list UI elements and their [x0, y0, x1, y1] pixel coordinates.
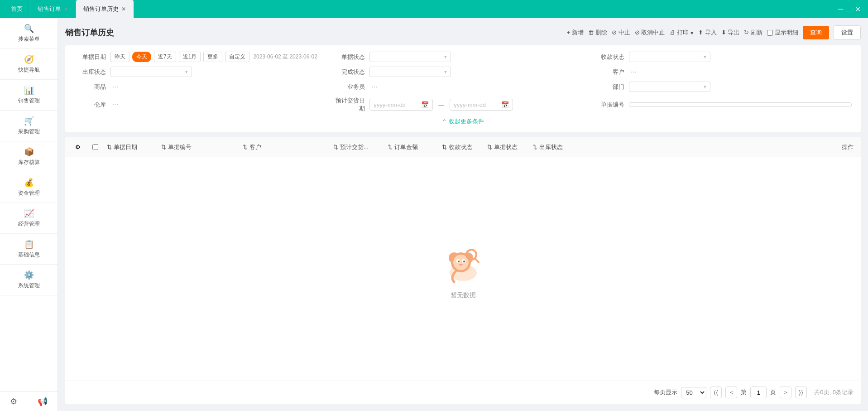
page-header: 销售订单历史 + 新增 🗑 删除 ⊘ 中止 ⊘ 取消中止 🖨 打印 ▾ — [65, 25, 861, 40]
window-controls: ─ □ ✕ — [838, 5, 864, 14]
th-payment[interactable]: ⇅ 收款状态 — [438, 143, 484, 151]
th-customer[interactable]: ⇅ 客户 — [239, 143, 330, 151]
empty-text: 暂无数据 — [451, 291, 476, 300]
th-amount[interactable]: ⇅ 订单金额 — [384, 143, 438, 151]
sidebar-item-purchase-label: 采购管理 — [18, 128, 40, 135]
sidebar-item-system[interactable]: ⚙️ 系统管理 — [0, 265, 58, 295]
order-status-select[interactable]: ▾ — [369, 52, 451, 62]
date-btn-custom[interactable]: 自定义 — [225, 52, 249, 62]
new-button[interactable]: + 新增 — [566, 29, 583, 37]
stop-button[interactable]: ⊘ 中止 — [612, 29, 630, 37]
display-toggle[interactable]: 显示明细 — [767, 29, 798, 37]
print-dropdown-icon[interactable]: ▾ — [691, 29, 694, 36]
sidebar-item-sales[interactable]: 📊 销售管理 — [0, 80, 58, 111]
page-input[interactable] — [750, 387, 767, 398]
warehouse-dots-btn[interactable]: ··· — [110, 101, 120, 109]
sidebar-item-nav[interactable]: 🧭 快捷导航 — [0, 49, 58, 80]
export-button[interactable]: ⬇ 导出 — [721, 29, 740, 37]
th-settings[interactable]: ⚙ — [69, 144, 87, 150]
date-label: 单据日期 — [74, 53, 110, 61]
date-btn-yesterday[interactable]: 昨天 — [110, 52, 129, 62]
prev-page-button[interactable]: ＜ — [725, 387, 737, 398]
sidebar-item-operations-label: 经营管理 — [18, 220, 40, 228]
th-checkbox[interactable] — [87, 144, 103, 150]
sidebar-bottom: ⚙ 📢 — [0, 392, 58, 411]
filter-completion-status-control: ▾ — [369, 67, 592, 77]
refresh-label: ↻ 刷新 — [744, 29, 762, 37]
tab-sales-order[interactable]: 销售订单 ✕ — [30, 0, 76, 18]
th-warehouse-status[interactable]: ⇅ 出库状态 — [529, 143, 583, 151]
sidebar-item-inventory[interactable]: 📦 库存核算 — [0, 141, 58, 172]
close-window-icon[interactable]: ✕ — [855, 5, 861, 14]
th-date[interactable]: ⇅ 单据日期 — [103, 143, 158, 151]
customer-dots-btn[interactable]: ··· — [629, 68, 638, 76]
sidebar-item-purchase[interactable]: 🛒 采购管理 — [0, 111, 58, 141]
last-page-button[interactable]: ⟩⟩ — [795, 387, 807, 398]
per-page-select[interactable]: 50 10 20 100 — [681, 387, 706, 398]
payment-status-select[interactable]: ▾ — [629, 52, 710, 62]
pagination: 每页显示 50 10 20 100 ⟨⟨ ＜ 第 页 ＞ ⟩⟩ 共0页, 0条记… — [65, 381, 861, 404]
delete-button[interactable]: 🗑 删除 — [588, 29, 608, 37]
cancel-stop-button[interactable]: ⊘ 取消中止 — [635, 29, 665, 37]
th-number-label: 单据编号 — [168, 143, 192, 151]
completion-status-chevron: ▾ — [444, 69, 447, 75]
first-page-button[interactable]: ⟨⟨ — [710, 387, 722, 398]
th-order-status[interactable]: ⇅ 单据状态 — [484, 143, 529, 151]
date-btn-more[interactable]: 更多 — [203, 52, 222, 62]
import-button[interactable]: ⬆ 导入 — [698, 29, 717, 37]
th-delivery[interactable]: ⇅ 预计交货... — [330, 143, 384, 151]
delivery-date-end[interactable]: yyyy-mm-dd 📅 — [450, 99, 513, 111]
th-date-label: 单据日期 — [114, 143, 137, 151]
th-number[interactable]: ⇅ 单据编号 — [158, 143, 239, 151]
warehouse-status-select[interactable]: ▾ — [110, 67, 192, 77]
completion-status-select[interactable]: ▾ — [369, 67, 451, 77]
minimize-icon[interactable]: ─ — [838, 5, 843, 13]
inventory-icon: 📦 — [24, 147, 34, 157]
sidebar-item-operations[interactable]: 📈 经营管理 — [0, 203, 58, 234]
tab-sales-history-close[interactable]: ✕ — [121, 6, 126, 12]
system-icon: ⚙️ — [24, 270, 34, 280]
sidebar-item-nav-label: 快捷导航 — [18, 66, 40, 74]
th-number-sort-icon: ⇅ — [161, 144, 166, 150]
warehouse-status-chevron: ▾ — [185, 69, 188, 75]
sidebar-item-basic[interactable]: 📋 基础信息 — [0, 234, 58, 265]
empty-illustration — [441, 239, 486, 284]
next-page-button[interactable]: ＞ — [780, 387, 791, 398]
sidebar-item-finance-label: 资金管理 — [18, 189, 40, 197]
date-btn-7days[interactable]: 近7天 — [154, 52, 176, 62]
tab-sales-order-close[interactable]: ✕ — [64, 6, 68, 12]
date-btn-today[interactable]: 今天 — [132, 52, 151, 62]
th-action: 操作 — [583, 143, 857, 151]
query-button[interactable]: 查询 — [803, 26, 829, 39]
salesperson-dots-btn[interactable]: ··· — [369, 83, 379, 91]
refresh-button[interactable]: ↻ 刷新 — [744, 29, 762, 37]
table-header: ⚙ ⇅ 单据日期 ⇅ 单据编号 ⇅ 客户 ⇅ — [65, 137, 861, 157]
maximize-icon[interactable]: □ — [847, 5, 851, 13]
th-payment-sort-icon: ⇅ — [442, 144, 447, 150]
filter-order-number-control — [629, 102, 852, 107]
print-button[interactable]: 🖨 打印 ▾ — [670, 29, 694, 37]
goods-dots-btn[interactable]: ··· — [110, 83, 120, 91]
speaker-icon[interactable]: 📢 — [38, 396, 48, 406]
calendar-end-icon: 📅 — [501, 101, 509, 108]
order-number-input[interactable] — [629, 102, 852, 107]
tab-home[interactable]: 首页 — [4, 0, 30, 18]
sidebar-item-search[interactable]: 🔍 搜索菜单 — [0, 18, 58, 49]
date-btn-1month[interactable]: 近1月 — [179, 52, 201, 62]
gear-icon[interactable]: ⚙ — [75, 144, 81, 150]
completion-status-label: 完成状态 — [333, 68, 369, 76]
collapse-label: 收起更多条件 — [449, 117, 484, 126]
display-toggle-label: 显示明细 — [775, 29, 798, 37]
settings-bottom-icon[interactable]: ⚙ — [10, 396, 17, 406]
date-range: 2023-06-02 至 2023-06-02 — [253, 53, 317, 61]
tab-sales-history[interactable]: 销售订单历史 ✕ — [76, 0, 134, 18]
filter-payment-status-control: ▾ — [629, 52, 852, 62]
department-select[interactable]: ▾ — [629, 82, 710, 92]
display-toggle-checkbox[interactable] — [767, 30, 773, 36]
collapse-button[interactable]: ⌃ 收起更多条件 — [74, 117, 852, 126]
select-all-checkbox[interactable] — [92, 144, 98, 150]
sidebar-item-finance[interactable]: 💰 资金管理 — [0, 172, 58, 203]
settings-button[interactable]: 设置 — [834, 25, 861, 40]
main-layout: 🔍 搜索菜单 🧭 快捷导航 📊 销售管理 🛒 采购管理 📦 库存核算 💰 资金管… — [0, 18, 868, 411]
delivery-date-start[interactable]: yyyy-mm-dd 📅 — [369, 99, 433, 111]
